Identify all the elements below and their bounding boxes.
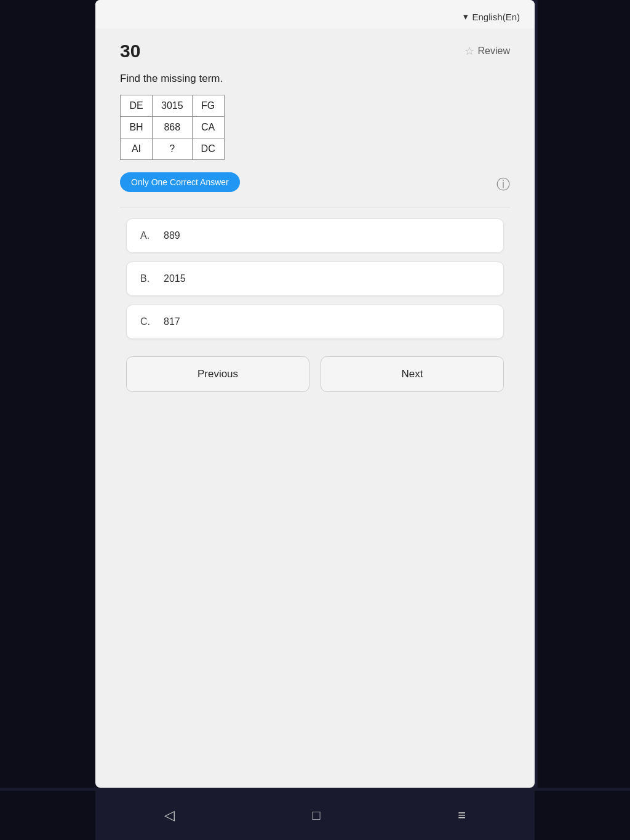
star-icon: ☆ bbox=[465, 44, 474, 58]
question-number: 30 bbox=[120, 41, 140, 62]
home-button[interactable]: □ bbox=[297, 801, 335, 830]
option-value-0: 889 bbox=[164, 230, 180, 241]
question-header: 30 ☆ Review bbox=[120, 41, 510, 62]
options-area: A.889B.2015C.817 bbox=[120, 218, 510, 339]
right-dark-panel bbox=[538, 0, 630, 788]
option-item-2[interactable]: C.817 bbox=[126, 305, 504, 339]
matrix-cell: FG bbox=[192, 95, 224, 117]
matrix-cell: DE bbox=[121, 95, 153, 117]
matrix-cell: ? bbox=[153, 138, 193, 160]
nav-buttons: Previous Next bbox=[126, 356, 504, 392]
info-button[interactable]: ⓘ bbox=[496, 175, 510, 194]
previous-button[interactable]: Previous bbox=[126, 356, 309, 392]
language-label: English(En) bbox=[472, 12, 520, 22]
back-button[interactable]: ◁ bbox=[150, 801, 189, 830]
answer-type-badge: Only One Correct Answer bbox=[120, 172, 240, 192]
main-card: ▾ English(En) 30 ☆ Review Find the missi… bbox=[95, 0, 535, 788]
matrix-cell: AI bbox=[121, 138, 153, 160]
option-value-2: 817 bbox=[164, 316, 180, 327]
next-button[interactable]: Next bbox=[321, 356, 504, 392]
matrix-table: DE3015FGBH868CAAI?DC bbox=[120, 95, 225, 160]
review-button[interactable]: ☆ Review bbox=[465, 44, 510, 58]
option-item-0[interactable]: A.889 bbox=[126, 218, 504, 253]
top-bar: ▾ English(En) bbox=[95, 0, 535, 28]
menu-button[interactable]: ≡ bbox=[443, 801, 480, 830]
option-letter-1: B. bbox=[140, 273, 153, 284]
option-item-1[interactable]: B.2015 bbox=[126, 262, 504, 296]
language-selector[interactable]: ▾ English(En) bbox=[463, 11, 520, 22]
android-nav-bar: ◁ □ ≡ bbox=[95, 791, 535, 840]
divider bbox=[120, 207, 510, 207]
chevron-down-icon: ▾ bbox=[463, 11, 468, 22]
bottom-right-dark bbox=[535, 791, 630, 840]
option-letter-2: C. bbox=[140, 316, 153, 327]
matrix-cell: DC bbox=[192, 138, 224, 160]
matrix-cell: CA bbox=[192, 117, 224, 138]
bottom-left-dark bbox=[0, 791, 95, 840]
option-letter-0: A. bbox=[140, 230, 153, 241]
matrix-cell: BH bbox=[121, 117, 153, 138]
left-dark-panel bbox=[0, 0, 105, 788]
content-area: 30 ☆ Review Find the missing term. DE301… bbox=[95, 28, 535, 410]
review-label: Review bbox=[478, 46, 510, 57]
option-value-1: 2015 bbox=[164, 273, 186, 284]
question-text: Find the missing term. bbox=[120, 73, 510, 85]
matrix-cell: 868 bbox=[153, 117, 193, 138]
matrix-cell: 3015 bbox=[153, 95, 193, 117]
